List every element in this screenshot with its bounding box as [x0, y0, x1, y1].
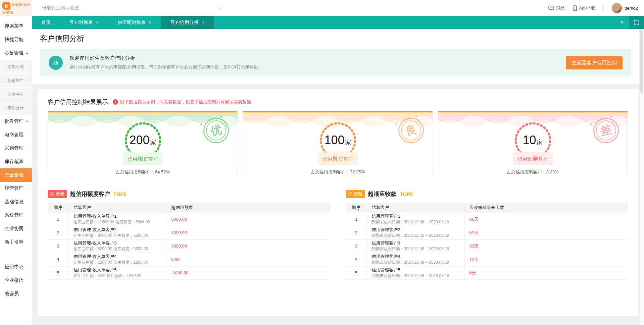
sidebar-item-label: 应用中心	[5, 264, 23, 270]
customer-name: 信用管理客户2	[372, 227, 464, 233]
sample-data-notice: ! 以下数据仅为示例，非真实数据，设置了信用控制后可展示真实数据	[113, 99, 251, 105]
sidebar-item[interactable]: 零售管理 ▲	[0, 46, 32, 60]
page-tab[interactable]: 客户信用分析 ×	[161, 16, 213, 29]
top5-label: TOP5	[113, 191, 127, 197]
overdue-days: 6天	[464, 266, 628, 279]
customer-count: 10	[523, 133, 536, 147]
sidebar-item-label: 电商管理	[5, 132, 23, 138]
brand-name: 畅捷通好生意	[12, 2, 30, 6]
customer-detail: 信用占用额：9000.00 信用额度：5000.00	[73, 233, 166, 238]
sidebar-item[interactable]: 经营管理	[0, 182, 32, 195]
customer-detail: 到期未收款日期：2020.12.08 -- 2023.03.18	[372, 260, 464, 265]
account-select[interactable]: 母婴行业演示账套	[40, 2, 223, 14]
user-avatar	[612, 3, 622, 13]
sidebar-item[interactable]: 基础信息	[0, 195, 32, 209]
sidebar-item[interactable]: 零售统计	[0, 101, 32, 115]
scrollbar-thumb[interactable]	[640, 30, 643, 93]
sidebar: 搜索菜单 快捷导航 零售管理 ▲ 零售商城 营销推广	[0, 16, 32, 325]
customer-cell: 信用管理-收入单客户5 信用占用额：0.00 信用额度：1000.00	[68, 266, 166, 279]
sidebar-item[interactable]: 电商管理	[0, 128, 32, 142]
tab-bar: 首页 客户对账单 × 供应商对账单 × 客户信用分析 ×	[32, 16, 644, 29]
table-row: 4 信用管理客户4 到期未收款日期：2020.12.08 -- 2023.03.…	[346, 253, 628, 266]
customer-name: 信用管理-收入单客户3	[73, 240, 166, 246]
customer-count-unit: 家	[345, 139, 351, 146]
share-of-total: 占总信用控制客户：32.25%	[243, 169, 433, 175]
over-credit-table: ¥ 超额 超信用额度客户 TOP5 顺序 结算客户 超信用额度	[48, 190, 330, 280]
messages-label: 消息	[556, 5, 565, 11]
customer-count-unit: 家	[537, 139, 543, 146]
sidebar-item-label: 会员中心	[7, 92, 23, 97]
credit-gauge: 200家	[114, 120, 171, 156]
sidebar-item-label: 基础信息	[5, 199, 23, 205]
sidebar-item[interactable]: 应用中心	[0, 260, 32, 274]
sidebar-item[interactable]: 企业微信	[0, 274, 32, 287]
sidebar-item[interactable]: 采购管理	[0, 142, 32, 155]
share-of-total: 占总信用控制客户：64.52%	[48, 169, 238, 175]
share-of-total: 占总信用控制客户：3.23%	[438, 169, 628, 175]
setup-credit-control-button[interactable]: 去设置客户信用控制	[566, 56, 623, 69]
sidebar-item[interactable]: 新手引导	[0, 235, 32, 249]
customer-cell: 信用管理-收入单客户3 信用占用额：6000.00 信用额度：3000.00	[68, 239, 166, 253]
sidebar-item[interactable]: 畅会员	[0, 287, 32, 301]
page-tab[interactable]: 供应商对账单 ×	[108, 16, 161, 29]
close-all-tabs-button[interactable]: ×	[614, 16, 629, 29]
sidebar-item[interactable]: 企业协同	[0, 222, 32, 235]
sidebar-item[interactable]: 批发管理 ▼	[0, 115, 32, 128]
table-row: 5 信用管理-收入单客户5 信用占用额：0.00 信用额度：1000.00 -1…	[48, 266, 330, 280]
sidebar-item-label: 经营管理	[5, 185, 23, 192]
sidebar-item[interactable]: 零售商城	[0, 60, 32, 73]
user-menu[interactable]: demo2	[612, 3, 638, 13]
sidebar-item-label: 快捷导航	[5, 37, 23, 43]
sidebar-item[interactable]: 快捷导航	[0, 33, 32, 46]
warning-icon: !	[113, 99, 118, 105]
page-tab[interactable]: 首页	[32, 16, 60, 29]
sidebar-item[interactable]: 资金管理	[0, 168, 32, 182]
row-index: 1	[48, 213, 68, 226]
customer-name: 信用管理客户5	[372, 267, 464, 273]
table-row: 2 信用管理-收入单客户2 信用占用额：9000.00 信用额度：5000.00…	[48, 226, 330, 239]
overdue-days: 52天	[464, 226, 628, 239]
brand-area: b 畅捷通好生意 标准版	[0, 0, 32, 16]
overdue-receivable-table: 超期 超期应收款 TOP5 顺序 结算客户 应收账龄最长天数	[346, 190, 628, 280]
sidebar-item-label: 资金管理	[5, 172, 23, 178]
sidebar-item[interactable]: 营销推广	[0, 74, 32, 87]
top5-label: TOP5	[400, 191, 413, 197]
row-index: 4	[48, 253, 68, 266]
tab-close-icon[interactable]: ×	[149, 20, 151, 25]
tab-close-icon[interactable]: ×	[96, 20, 99, 25]
customer-name: 信用管理客户1	[372, 214, 464, 219]
over-credit-title: 超信用额度客户	[70, 190, 110, 198]
sidebar-item[interactable]: 库存核算	[0, 155, 32, 168]
sidebar-item-label: 库存核算	[5, 159, 23, 165]
sidebar-item-label: 批发管理	[5, 118, 23, 124]
app-download-button[interactable]: App下载	[573, 5, 595, 11]
tab-close-icon[interactable]: ×	[201, 20, 204, 25]
sidebar-item-label: 采购管理	[5, 145, 23, 151]
table-row: 2 信用管理客户2 到期未收款日期：2020.12.02 -- 2023.03.…	[346, 226, 628, 239]
vertical-scrollbar	[639, 29, 644, 325]
banner-title: 欢迎使用好生意客户信用分析~	[69, 55, 263, 61]
customer-detail: 信用占用额：1200.00 信用额度：1200.00	[73, 260, 166, 265]
customer-detail: 到期未收款日期：2020.12.02 -- 2023.03.18	[372, 233, 464, 238]
page-title: 客户信用分析	[40, 34, 631, 44]
customer-count-unit: 家	[150, 139, 156, 146]
welcome-banner: Hi 欢迎使用好生意客户信用分析~ 通过控制结算客户的信用额度/信用期限，可实时…	[40, 49, 631, 76]
sidebar-item-label: 搜索菜单	[5, 23, 23, 29]
sidebar-item-label: 企业微信	[5, 277, 23, 283]
fullscreen-button[interactable]	[629, 16, 644, 29]
page-tab[interactable]: 客户对账单 ×	[60, 16, 108, 29]
messages-button[interactable]: 消息	[548, 5, 565, 11]
customer-detail: 信用占用额：6000.00 信用额度：3000.00	[73, 247, 166, 252]
over-credit-amount: 0.00	[166, 253, 330, 266]
page-tab-label: 客户信用分析	[170, 19, 198, 25]
sidebar-item[interactable]: 会员中心	[0, 88, 32, 101]
sidebar-item[interactable]: 搜索菜单	[0, 19, 32, 33]
brand-logo-icon: b	[2, 2, 10, 10]
page-tab-label: 首页	[41, 19, 51, 25]
customer-name: 信用管理-收入单客户2	[73, 227, 166, 233]
overdue-badge: 超期	[346, 190, 365, 198]
overdue-days: 33天	[464, 239, 628, 253]
sidebar-item[interactable]: 系统管理	[0, 209, 32, 222]
sidebar-item-label: 系统管理	[5, 212, 23, 218]
table-header: 顺序 结算客户 应收账龄最长天数	[346, 203, 628, 213]
